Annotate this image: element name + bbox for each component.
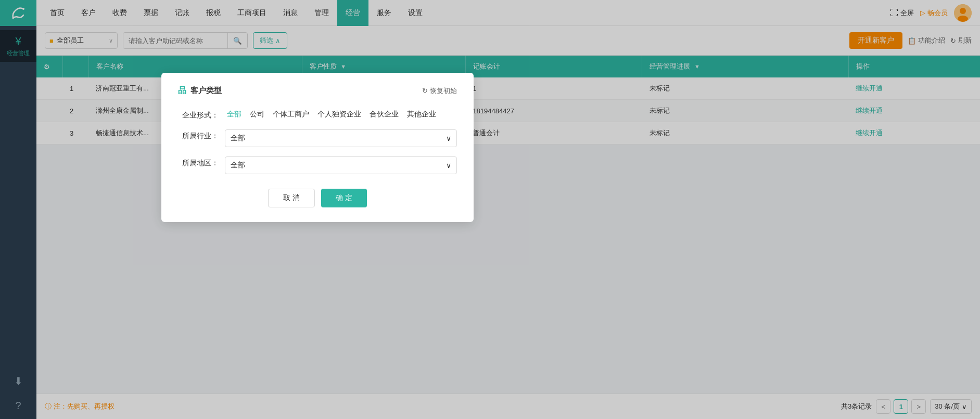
enterprise-option-合伙企业[interactable]: 合伙企业 [367, 109, 401, 120]
modal-footer: 取 消 确 定 [178, 189, 457, 207]
industry-select[interactable]: 全部 ∨ [225, 129, 457, 147]
enterprise-option-公司[interactable]: 公司 [248, 109, 266, 120]
enterprise-form-label: 企业形式： [178, 109, 225, 120]
enterprise-form-row: 企业形式： 全部公司个体工商户个人独资企业合伙企业其他企业 [178, 109, 457, 120]
enterprise-option-全部[interactable]: 全部 [225, 109, 244, 120]
industry-select-value: 全部 [231, 134, 245, 143]
enterprise-option-个人独资企业[interactable]: 个人独资企业 [315, 109, 363, 120]
region-chevron-icon: ∨ [446, 161, 451, 169]
region-label: 所属地区： [178, 156, 225, 168]
region-select-wrapper: 全部 ∨ [225, 156, 457, 174]
industry-label: 所属行业： [178, 129, 225, 141]
enterprise-options: 全部公司个体工商户个人独资企业合伙企业其他企业 [225, 109, 457, 120]
region-select[interactable]: 全部 ∨ [225, 156, 457, 174]
modal-header: 品 客户类型 ↻ 恢复初始 [178, 85, 457, 96]
reset-button[interactable]: ↻ 恢复初始 [422, 86, 457, 96]
reset-icon: ↻ [422, 87, 428, 95]
confirm-button[interactable]: 确 定 [321, 189, 367, 207]
industry-chevron-icon: ∨ [446, 134, 451, 142]
filter-modal: 品 客户类型 ↻ 恢复初始 企业形式： 全部公司个体工商户个人独资企业合伙企业其… [161, 73, 474, 222]
industry-select-wrapper: 全部 ∨ [225, 129, 457, 147]
modal-overlay: 品 客户类型 ↻ 恢复初始 企业形式： 全部公司个体工商户个人独资企业合伙企业其… [0, 0, 980, 419]
cancel-button[interactable]: 取 消 [268, 189, 315, 207]
modal-title: 品 客户类型 [178, 85, 222, 96]
industry-row: 所属行业： 全部 ∨ [178, 129, 457, 147]
modal-title-icon: 品 [178, 85, 186, 96]
enterprise-option-其他企业[interactable]: 其他企业 [405, 109, 438, 120]
region-row: 所属地区： 全部 ∨ [178, 156, 457, 174]
enterprise-option-个体工商户[interactable]: 个体工商户 [271, 109, 311, 120]
modal-title-text: 客户类型 [190, 86, 222, 96]
region-select-value: 全部 [231, 161, 245, 170]
reset-label: 恢复初始 [430, 86, 457, 96]
